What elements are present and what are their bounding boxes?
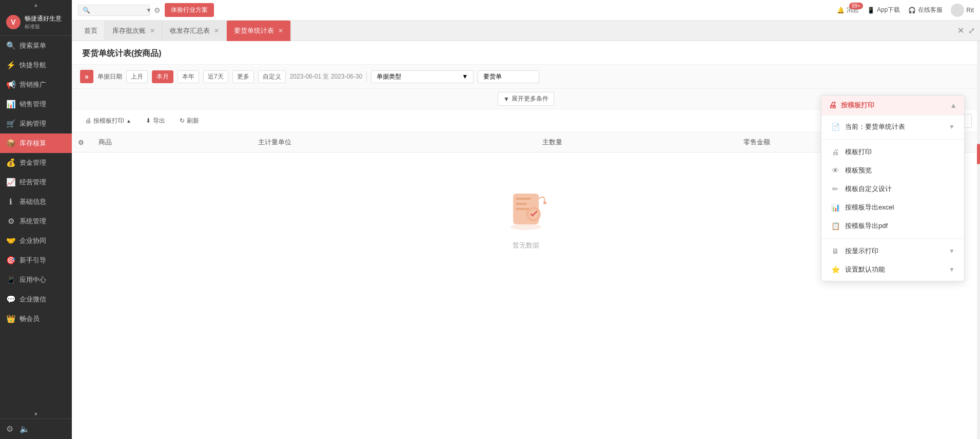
tab-order-statistics[interactable]: 要货单统计表 ✕	[227, 21, 291, 41]
order-type-select[interactable]: 单据类型 ▼	[371, 70, 474, 83]
dropdown-item-template-preview[interactable]: 👁 模板预览	[821, 161, 964, 180]
tab-home[interactable]: 首页	[77, 21, 105, 41]
sidebar-item-label: 库存核算	[19, 139, 46, 148]
dropdown-collapse-button[interactable]: ▲	[950, 101, 957, 109]
date-this-year-button[interactable]: 本年	[178, 70, 199, 83]
sidebar-item-basic-info[interactable]: ℹ 基础信息	[0, 192, 72, 212]
sidebar-item-label: 快捷导航	[19, 61, 46, 70]
date-custom-button[interactable]: 自定义	[258, 70, 286, 83]
expand-more-button[interactable]: ▼ 展开更多条件	[498, 92, 554, 106]
dropdown-item-display-print[interactable]: 🖥 按显示打印 ▼	[821, 242, 964, 260]
tab-collection-summary-close[interactable]: ✕	[214, 27, 219, 34]
sidebar-item-label: 应用中心	[19, 275, 46, 284]
finance-icon: 💰	[6, 158, 15, 167]
sidebar-nav: ⚡ 快捷导航 📢 营销推广 📊 销售管理 🛒 采购管理 📦 库存核算 💰 资金管…	[0, 55, 72, 409]
topbar-search-dropdown[interactable]: ▼	[146, 7, 152, 14]
yaohuo-filter[interactable]: 要货单	[478, 70, 539, 83]
sidebar-item-sales[interactable]: 📊 销售管理	[0, 94, 72, 114]
sidebar-item-enterprise-collab[interactable]: 🤝 企业协同	[0, 231, 72, 251]
tab-close-all-icon[interactable]: ✕	[957, 26, 964, 35]
refresh-button[interactable]: ↻ 刷新	[174, 114, 204, 127]
current-doc-icon: 📄	[831, 123, 840, 131]
current-chevron-icon: ▼	[949, 123, 955, 130]
sidebar-item-search[interactable]: 🔍 搜索菜单	[0, 36, 72, 55]
enterprise-wechat-icon: 💬	[6, 295, 15, 304]
tab-order-statistics-close[interactable]: ✕	[278, 27, 283, 34]
tab-inventory-batch-close[interactable]: ✕	[150, 27, 155, 34]
export-button[interactable]: ⬇ 导出	[141, 114, 170, 127]
settings-icon[interactable]: ⚙	[6, 424, 13, 434]
sidebar-item-app-center[interactable]: 📱 应用中心	[0, 270, 72, 290]
tab-home-label: 首页	[84, 26, 97, 35]
sidebar-item-purchase[interactable]: 🛒 采购管理	[0, 114, 72, 133]
sidebar-item-marketing[interactable]: 📢 营销推广	[0, 75, 72, 94]
industry-solution-button[interactable]: 体验行业方案	[165, 3, 214, 17]
basic-info-icon: ℹ	[6, 197, 15, 206]
date-prev-month-button[interactable]: 上月	[126, 70, 148, 83]
mobile-icon: 📱	[867, 7, 875, 14]
notifications-badge: 99+	[849, 3, 863, 9]
topbar-gear-icon[interactable]: ⚙	[154, 6, 161, 14]
right-scrollbar[interactable]	[977, 41, 980, 439]
right-scrollbar-thumb	[977, 144, 980, 164]
dropdown-item-template-print[interactable]: 🖨 模板打印	[821, 143, 964, 161]
sidebar-item-label: 资金管理	[19, 158, 46, 167]
sidebar-scroll-up[interactable]: ▲	[0, 0, 72, 9]
tab-inventory-batch[interactable]: 库存批次账 ✕	[105, 21, 163, 41]
dropdown-item-set-default[interactable]: ⭐ 设置默认功能 ▼	[821, 260, 964, 279]
print-icon: 🖨	[85, 117, 91, 124]
dropdown-item-export-pdf[interactable]: 📋 按模板导出pdf	[821, 217, 964, 235]
date-more-button[interactable]: 更多	[232, 70, 254, 83]
sidebar-scroll-down[interactable]: ▼	[0, 409, 72, 418]
dropdown-section-current: 📄 当前：要货单统计表 ▼	[821, 116, 964, 138]
expand-more-label: 展开更多条件	[512, 94, 548, 103]
sidebar-item-enterprise-wechat[interactable]: 💬 企业微信	[0, 290, 72, 309]
table-col-unit: 主计量单位	[252, 132, 536, 152]
tab-collection-summary[interactable]: 收发存汇总表 ✕	[163, 21, 227, 41]
sidebar-item-finance[interactable]: 💰 资金管理	[0, 153, 72, 173]
dropdown-current-label: 当前：要货单统计表	[845, 122, 905, 131]
main-area: 🔍 ▼ ⚙ 体验行业方案 🔔 消息 99+ 📱 App下载 🎧 在线客服 R	[72, 0, 980, 439]
app-download-item[interactable]: 📱 App下载	[867, 6, 900, 14]
sidebar-item-quick-nav[interactable]: ⚡ 快捷导航	[0, 55, 72, 75]
dropdown-item-current[interactable]: 📄 当前：要货单统计表 ▼	[821, 118, 964, 136]
notifications-item[interactable]: 🔔 消息 99+	[837, 6, 859, 14]
sidebar-bottom: ⚙ 🔈	[0, 418, 72, 439]
content-area: 要货单统计表(按商品) » 单据日期 上月 本月 本年 近7天 更多 自定义 2…	[72, 41, 980, 439]
filter-bar: » 单据日期 上月 本月 本年 近7天 更多 自定义 2023-06-01 至 …	[72, 65, 980, 89]
speaker-icon[interactable]: 🔈	[19, 424, 30, 434]
topbar-search-box[interactable]: 🔍 ▼	[78, 5, 150, 16]
tab-bar-right: ✕ ⤢	[957, 26, 975, 35]
app-name: 畅捷通好生意 标准版	[25, 14, 62, 30]
online-service-item[interactable]: 🎧 在线客服	[908, 6, 943, 14]
sidebar-item-operations[interactable]: 📈 经营管理	[0, 173, 72, 192]
export-icon: ⬇	[146, 117, 151, 124]
sidebar-item-system[interactable]: ⚙ 系统管理	[0, 212, 72, 231]
sidebar-item-inventory[interactable]: 📦 库存核算	[0, 133, 72, 153]
dropdown-item-template-custom[interactable]: ✏ 模板自定义设计	[821, 180, 964, 198]
date-this-month-button[interactable]: 本月	[152, 70, 173, 83]
sidebar-item-members[interactable]: 👑 畅会员	[0, 309, 72, 329]
sidebar-item-new-guide[interactable]: 🎯 新手引导	[0, 251, 72, 270]
tab-expand-icon[interactable]: ⤢	[968, 26, 975, 35]
dropdown-item-display-print-left: 🖥 按显示打印	[831, 246, 878, 256]
tab-order-statistics-label: 要货单统计表	[234, 26, 274, 35]
table-col-settings[interactable]: ⚙	[72, 132, 92, 152]
refresh-label: 刷新	[187, 117, 199, 125]
app-logo-icon: V	[6, 15, 21, 29]
filter-separator	[366, 71, 367, 82]
date-last-7days-button[interactable]: 近7天	[203, 70, 228, 83]
topbar-search-input[interactable]	[92, 7, 144, 14]
sidebar-item-label: 基础信息	[19, 197, 46, 206]
new-guide-icon: 🎯	[6, 256, 15, 265]
bell-icon: 🔔	[837, 7, 845, 14]
print-button[interactable]: 🖨 按模板打印 ▲	[80, 114, 136, 127]
sidebar-item-label: 销售管理	[19, 100, 46, 109]
user-avatar-item[interactable]: Rit	[951, 4, 974, 17]
dropdown-title: 按模板打印	[841, 101, 874, 110]
display-print-icon: 🖥	[831, 247, 840, 255]
export-label: 导出	[153, 117, 165, 125]
filter-expand-button[interactable]: »	[80, 70, 93, 83]
dropdown-item-export-excel[interactable]: 📊 按模板导出excel	[821, 198, 964, 217]
table-col-quantity: 主数量	[536, 132, 737, 152]
